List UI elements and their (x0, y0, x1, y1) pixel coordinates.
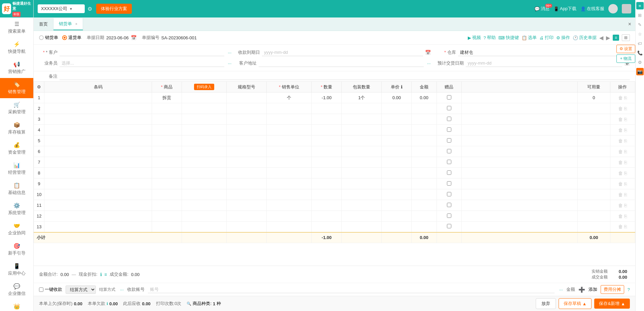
payment-dots-btn[interactable]: ··· (120, 287, 124, 292)
row-barcode-3[interactable] (44, 114, 152, 125)
row-barcode-7[interactable] (44, 157, 152, 168)
nav-next-icon[interactable]: ▶ (606, 35, 610, 41)
row-product-9[interactable] (152, 179, 182, 189)
right-tool-phone[interactable]: 📞 (636, 49, 644, 56)
right-tool-note[interactable]: ✎ (636, 21, 644, 28)
payment-method-select[interactable]: 结算方式 (66, 285, 96, 294)
sidebar-item-basic-info[interactable]: 📋基础信息 (0, 179, 33, 199)
row-amount-9[interactable] (412, 179, 437, 189)
row-unit-price-5[interactable] (382, 135, 412, 146)
nav-prev-icon[interactable]: ◀ (599, 35, 603, 41)
save-new-button[interactable]: 保存&新增 ▲ (594, 299, 630, 309)
date-calendar-icon[interactable]: 📅 (131, 35, 137, 40)
row-copy-icon-7[interactable]: ⎘ (624, 160, 627, 165)
one-click-checkbox[interactable] (39, 287, 43, 292)
row-barcode-6[interactable] (44, 146, 152, 157)
sidebar-item-search[interactable]: ☰搜索菜单 (0, 17, 33, 38)
row-qty-10[interactable] (312, 189, 342, 200)
warehouse-input[interactable] (458, 49, 623, 56)
row-amount-1[interactable]: 0.00 (412, 92, 437, 103)
row-qty-7[interactable] (312, 157, 342, 168)
row-delete-icon-8[interactable]: 🗑 (618, 170, 623, 176)
sidebar-item-apps[interactable]: 📱应用中心 (0, 260, 33, 280)
row-qty-12[interactable] (312, 211, 342, 222)
row-pack-qty-7[interactable] (342, 157, 382, 168)
row-gift-8[interactable] (437, 168, 461, 179)
row-barcode-1[interactable] (44, 92, 152, 103)
row-spec-2[interactable] (226, 103, 266, 114)
grid-view-icon[interactable]: ⊞ (622, 34, 630, 41)
user-avatar[interactable] (608, 4, 618, 13)
header-settings-icon[interactable]: ⚙ (87, 6, 92, 12)
row-copy-icon-5[interactable]: ⎘ (624, 138, 627, 144)
row-unit-1[interactable]: 个 (266, 92, 311, 103)
row-spec-3[interactable] (226, 114, 266, 125)
due-date-input[interactable] (262, 49, 423, 56)
row-unit-price-8[interactable] (382, 168, 412, 179)
row-spec-8[interactable] (226, 168, 266, 179)
row-pack-qty-11[interactable] (342, 200, 382, 211)
row-pack-qty-2[interactable] (342, 103, 382, 114)
row-gift-6[interactable] (437, 146, 461, 157)
settings-side-btn[interactable]: ⚙ 设置 (616, 45, 635, 53)
row-qty-2[interactable] (312, 103, 342, 114)
row-spec-12[interactable] (226, 211, 266, 222)
sidebar-item-purchase[interactable]: 🛒采购管理 (0, 98, 33, 118)
row-gift-3[interactable] (437, 114, 461, 125)
note-input[interactable] (60, 73, 630, 80)
sidebar-item-enterprise[interactable]: 🤝企业协同 (0, 219, 33, 239)
row-amount-10[interactable] (412, 189, 437, 200)
row-delete-icon-6[interactable]: 🗑 (618, 149, 623, 154)
row-delete-icon-11[interactable]: 🗑 (618, 203, 623, 208)
delivery-date-input[interactable] (466, 60, 622, 67)
action-print[interactable]: 🖨 打印 (539, 35, 554, 41)
sidebar-item-sales[interactable]: 🏷️销售管理 (0, 78, 33, 98)
payment-account-input[interactable] (148, 286, 555, 293)
sidebar-item-inventory[interactable]: 📦库存核算 (0, 118, 33, 139)
row-amount-8[interactable] (412, 168, 437, 179)
row-copy-icon-2[interactable]: ⎘ (624, 106, 627, 111)
row-remark-12[interactable] (461, 211, 577, 222)
salesperson-dots-btn[interactable]: ··· (228, 61, 231, 66)
action-history[interactable]: 🕐 历史单据 (573, 35, 597, 41)
tab-close-icon[interactable]: × (75, 22, 77, 26)
row-spec-7[interactable] (226, 157, 266, 168)
scan-button[interactable]: 扫码录入 (194, 84, 214, 90)
row-gift-1[interactable] (437, 92, 461, 103)
app-download-btn[interactable]: 📱 App下载 (554, 6, 576, 12)
action-operation[interactable]: ⚙ 操作 (556, 35, 570, 41)
row-qty-11[interactable] (312, 200, 342, 211)
row-barcode-13[interactable] (44, 222, 152, 232)
row-amount-5[interactable] (412, 135, 437, 146)
row-copy-icon-11[interactable]: ⎘ (624, 203, 627, 208)
row-spec-5[interactable] (226, 135, 266, 146)
row-spec-9[interactable] (226, 179, 266, 189)
row-qty-4[interactable] (312, 125, 342, 135)
fee-split-button[interactable]: 费用分摊 (601, 285, 624, 294)
row-copy-icon-3[interactable]: ⎘ (624, 117, 627, 122)
row-delete-icon-9[interactable]: 🗑 (618, 181, 623, 187)
action-shortcut[interactable]: ⌨ 快捷键 (498, 35, 519, 41)
row-barcode-5[interactable] (44, 135, 152, 146)
row-copy-icon-6[interactable]: ⎘ (624, 149, 627, 154)
tab-sales-order[interactable]: 销货单 × (53, 18, 83, 30)
row-spec-4[interactable] (226, 125, 266, 135)
tab-bar-close-btn[interactable]: × (624, 18, 635, 30)
customer-dots-btn[interactable]: ··· (228, 50, 231, 55)
credit-info-icon[interactable]: ℹ (107, 302, 108, 306)
messages-btn[interactable]: 💬 消息 99+ (534, 6, 550, 12)
row-product-1[interactable]: 拆贡 (152, 92, 182, 103)
row-unit-2[interactable] (266, 103, 311, 114)
row-gift-9[interactable] (437, 179, 461, 189)
user-avatar-alt[interactable] (622, 4, 631, 13)
online-service-btn[interactable]: 👤 在线客服 (580, 6, 604, 12)
row-copy-icon-1[interactable]: ⎘ (624, 95, 627, 101)
row-remark-8[interactable] (461, 168, 577, 179)
row-unit-price-1[interactable]: 0.00 (382, 92, 412, 103)
row-gift-5[interactable] (437, 135, 461, 146)
row-copy-icon-10[interactable]: ⎘ (624, 192, 627, 197)
row-product-11[interactable] (152, 200, 182, 211)
row-remark-11[interactable] (461, 200, 577, 211)
row-gift-4[interactable] (437, 125, 461, 135)
trial-button[interactable]: 体验行业方案 (96, 4, 132, 14)
